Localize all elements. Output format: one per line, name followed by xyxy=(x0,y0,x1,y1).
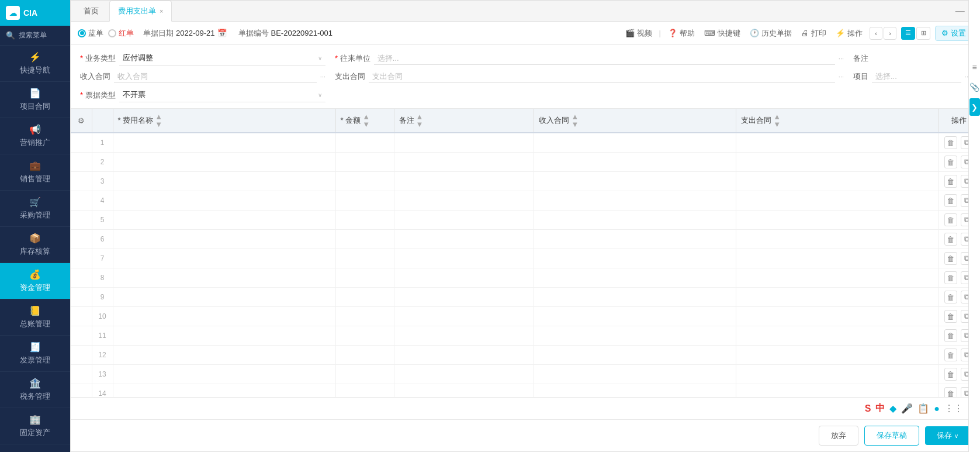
amount-cell[interactable] xyxy=(335,268,394,288)
project-input[interactable] xyxy=(872,70,961,83)
expense-contract-cell[interactable] xyxy=(736,268,939,288)
right-panel-list-icon[interactable]: ≡ xyxy=(969,58,980,76)
delete-row-btn[interactable]: 🗑 xyxy=(944,387,957,397)
table-expense-name-header[interactable]: * 费用名称 ▲▼ xyxy=(113,109,335,133)
sidebar-item-salary[interactable]: 💵 工资 xyxy=(0,444,70,452)
sidebar-item-inventory[interactable]: 📦 库存核算 xyxy=(0,227,70,263)
amount-cell[interactable] xyxy=(335,288,394,307)
sidebar-item-quick-nav[interactable]: ⚡ 快捷导航 xyxy=(0,46,70,82)
sidebar-item-fixed-assets[interactable]: 🏢 固定资产 xyxy=(0,408,70,444)
expense-name-cell[interactable] xyxy=(113,384,335,398)
save-draft-button[interactable]: 保存草稿 xyxy=(864,426,919,446)
remark-cell[interactable] xyxy=(394,365,534,384)
income-contract-cell[interactable] xyxy=(534,384,736,398)
delete-row-btn[interactable]: 🗑 xyxy=(944,252,957,265)
income-contract-cell[interactable] xyxy=(534,133,736,153)
delete-row-btn[interactable]: 🗑 xyxy=(944,368,957,381)
circle-icon[interactable]: ● xyxy=(934,403,940,414)
expense-name-cell[interactable] xyxy=(113,133,335,153)
remark-cell[interactable] xyxy=(394,133,534,153)
table-amount-header[interactable]: * 金额 ▲▼ xyxy=(335,109,394,133)
save-button[interactable]: 保存 ∨ xyxy=(925,426,970,445)
expense-name-cell[interactable] xyxy=(113,211,335,230)
amount-cell[interactable] xyxy=(335,191,394,211)
income-contract-cell[interactable] xyxy=(534,249,736,268)
amount-cell[interactable] xyxy=(335,326,394,346)
discard-button[interactable]: 放弃 xyxy=(819,426,858,446)
sidebar-item-invoice-mgmt[interactable]: 🧾 发票管理 xyxy=(0,336,70,372)
expense-contract-cell[interactable] xyxy=(736,230,939,249)
mic-icon[interactable]: 🎤 xyxy=(901,403,913,414)
amount-cell[interactable] xyxy=(335,211,394,230)
income-contract-cell[interactable] xyxy=(534,153,736,172)
income-contract-input[interactable] xyxy=(114,70,317,83)
brand-s-icon[interactable]: S xyxy=(865,403,871,414)
red-bill-radio[interactable]: 红单 xyxy=(108,28,134,39)
expense-contract-cell[interactable] xyxy=(736,172,939,191)
amount-cell[interactable] xyxy=(335,133,394,153)
amount-cell[interactable] xyxy=(335,230,394,249)
sidebar-item-sales-promo[interactable]: 📢 营销推广 xyxy=(0,118,70,154)
expense-contract-cell[interactable] xyxy=(736,191,939,211)
table-remark-header[interactable]: 备注 ▲▼ xyxy=(394,109,534,133)
expense-name-cell[interactable] xyxy=(113,191,335,211)
sidebar-item-capital-mgmt[interactable]: 💰 资金管理 xyxy=(0,263,70,299)
expense-contract-cell[interactable] xyxy=(736,384,939,398)
income-contract-cell[interactable] xyxy=(534,211,736,230)
delete-row-btn[interactable]: 🗑 xyxy=(944,271,957,284)
expense-contract-cell[interactable] xyxy=(736,249,939,268)
expense-name-cell[interactable] xyxy=(113,346,335,365)
remark-cell[interactable] xyxy=(394,384,534,398)
print-btn[interactable]: 🖨 打印 xyxy=(799,27,829,40)
amount-cell[interactable] xyxy=(335,365,394,384)
expense-name-cell[interactable] xyxy=(113,326,335,346)
income-contract-cell[interactable] xyxy=(534,191,736,211)
delete-row-btn[interactable]: 🗑 xyxy=(944,136,957,149)
calendar-icon[interactable]: 📅 xyxy=(217,29,227,37)
income-contract-cell[interactable] xyxy=(534,365,736,384)
remark-cell[interactable] xyxy=(394,326,534,346)
settings-btn[interactable]: ⚙ 设置 xyxy=(935,26,972,41)
biz-type-select[interactable]: 应付调整 ∨ xyxy=(119,51,325,65)
sidebar-item-project-contract[interactable]: 📄 项目合同 xyxy=(0,82,70,118)
expense-name-cell[interactable] xyxy=(113,307,335,326)
remark-cell[interactable] xyxy=(394,307,534,326)
delete-row-btn[interactable]: 🗑 xyxy=(944,213,957,226)
grid-dots-icon[interactable]: ⋮⋮ xyxy=(944,403,963,414)
amount-cell[interactable] xyxy=(335,346,394,365)
expense-contract-cell[interactable] xyxy=(736,211,939,230)
table-expense-contract-header[interactable]: 支出合同 ▲▼ xyxy=(736,109,939,133)
expense-name-cell[interactable] xyxy=(113,288,335,307)
expense-contract-cell[interactable] xyxy=(736,153,939,172)
amount-cell[interactable] xyxy=(335,307,394,326)
remark-cell[interactable] xyxy=(394,249,534,268)
remark-cell[interactable] xyxy=(394,211,534,230)
amount-cell[interactable] xyxy=(335,172,394,191)
delete-row-btn[interactable]: 🗑 xyxy=(944,194,957,207)
expense-name-cell[interactable] xyxy=(113,172,335,191)
right-panel-clip-icon[interactable]: 📎 xyxy=(969,78,980,96)
chinese-icon[interactable]: 中 xyxy=(875,402,885,415)
remark-cell[interactable] xyxy=(394,172,534,191)
counterpart-input[interactable] xyxy=(374,52,835,65)
shortcut-btn[interactable]: ⌨ 快捷键 xyxy=(702,27,743,40)
action-btn[interactable]: ⚡ 操作 xyxy=(833,27,865,40)
income-contract-cell[interactable] xyxy=(534,288,736,307)
delete-row-btn[interactable]: 🗑 xyxy=(944,233,957,246)
expense-name-cell[interactable] xyxy=(113,230,335,249)
expense-name-cell[interactable] xyxy=(113,365,335,384)
amount-cell[interactable] xyxy=(335,384,394,398)
expense-name-cell[interactable] xyxy=(113,249,335,268)
sidebar-item-purchase-mgmt[interactable]: 🛒 采购管理 xyxy=(0,191,70,227)
sidebar-item-sales-mgmt[interactable]: 💼 销售管理 xyxy=(0,154,70,191)
view-list-btn[interactable]: ☰ xyxy=(901,27,915,40)
income-contract-cell[interactable] xyxy=(534,346,736,365)
income-contract-cell[interactable] xyxy=(534,326,736,346)
expense-contract-cell[interactable] xyxy=(736,346,939,365)
remark-cell[interactable] xyxy=(394,268,534,288)
diamond-icon[interactable]: ◆ xyxy=(889,403,896,414)
income-contract-cell[interactable] xyxy=(534,268,736,288)
window-minimize-icon[interactable]: — xyxy=(955,6,965,16)
amount-cell[interactable] xyxy=(335,249,394,268)
income-contract-cell[interactable] xyxy=(534,307,736,326)
